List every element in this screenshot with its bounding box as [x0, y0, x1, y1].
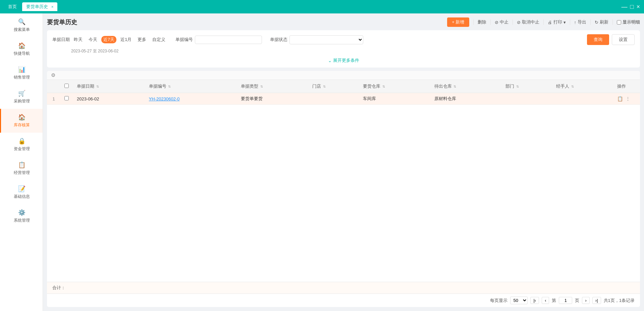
sidebar: 🔍 搜索菜单 🏠 快捷导航 📊 销售管理 🛒 采购管理 🏠 库存核算 🔒 资金管… [0, 13, 43, 311]
sidebar-item-purchase[interactable]: 🛒 采购管理 [0, 85, 43, 109]
inventory-icon: 🏠 [18, 114, 25, 121]
filter-bar: 单据日期 昨天 今天 近7天 近1月 更多 自定义 单据编号 [47, 30, 640, 68]
expand-icon: ⌄ [328, 58, 332, 63]
main-layout: 🔍 搜索菜单 🏠 快捷导航 📊 销售管理 🛒 采购管理 🏠 库存核算 🔒 资金管… [0, 13, 644, 311]
prev-page-btn[interactable]: ‹ [542, 297, 549, 304]
delete-button[interactable]: 删除 [478, 19, 486, 25]
sales-icon: 📊 [18, 66, 25, 73]
close-tab-icon[interactable]: × [51, 5, 53, 9]
date-tab-more[interactable]: 更多 [136, 36, 148, 43]
docnum-input[interactable] [195, 36, 262, 44]
pagination: 每页显示 10 20 50 100 |‹ ‹ 第 页 › ›| 共1页，1条记录 [47, 294, 640, 307]
minimize-icon[interactable]: — [622, 3, 628, 10]
divider-1 [473, 19, 474, 25]
col-no [47, 80, 60, 93]
current-page-input[interactable] [559, 297, 572, 304]
date-range-display: 2023-05-27 至 2023-06-02 [71, 49, 118, 53]
add-button[interactable]: + 新增 [447, 17, 469, 27]
divider-7 [612, 19, 613, 25]
col-reqwarehouse: 要货仓库 ⇅ [359, 80, 430, 93]
window-close-icon[interactable]: × [636, 3, 640, 10]
date-tabs: 昨天 今天 近7天 近1月 更多 自定义 [72, 36, 167, 43]
export-button[interactable]: ↑ 导出 [574, 19, 587, 25]
page-header: 要货单历史 + 新增 删除 ⊘ 中止 ⊘ 取消中止 🖨 打印 ▾ ↑ 导出 ↻ … [47, 17, 640, 27]
docstatus-label: 单据状态 [270, 37, 287, 43]
row-no: 1 [47, 93, 60, 105]
query-button[interactable]: 查询 [587, 34, 609, 45]
col-check [60, 80, 73, 93]
col-doctype: 单据类型 ⇅ [237, 80, 308, 93]
stop-button[interactable]: ⊘ 中止 [495, 19, 508, 25]
setting-button[interactable]: 设置 [612, 34, 635, 45]
sidebar-item-operation[interactable]: 📋 经营管理 [0, 157, 43, 180]
row-dept [501, 93, 552, 105]
last-page-btn[interactable]: ›| [592, 297, 601, 304]
col-docnum: 单据编号 ⇅ [145, 80, 237, 93]
display-detail-toggle[interactable]: 显示明细 [617, 19, 640, 25]
col-date: 单据日期 ⇅ [73, 80, 145, 93]
col-action: 操作 [613, 80, 640, 93]
sidebar-item-inventory[interactable]: 🏠 库存核算 [0, 109, 43, 133]
print-button[interactable]: 🖨 打印 ▾ [548, 19, 566, 25]
row-reqwarehouse: 车间库 [359, 93, 430, 105]
row-date: 2023-06-02 [73, 93, 145, 105]
row-checkbox[interactable] [64, 96, 69, 100]
col-handler: 经手人 ⇅ [552, 80, 613, 93]
home-icon: 🏠 [18, 42, 25, 49]
page-title: 要货单历史 [47, 18, 77, 26]
col-store: 门店 ⇅ [308, 80, 359, 93]
tab-home[interactable]: 首页 [4, 2, 21, 11]
row-action: 📋 ⋮ [613, 93, 640, 105]
next-page-btn[interactable]: › [582, 297, 589, 304]
table-wrap: 单据日期 ⇅ 单据编号 ⇅ 单据类型 ⇅ 门店 ⇅ 要货仓库 ⇅ 待出仓库 ⇅ … [47, 80, 640, 282]
select-all-checkbox[interactable] [64, 84, 69, 88]
row-docnum[interactable]: YH-20230602-0 [145, 93, 237, 105]
date-tab-custom[interactable]: 自定义 [150, 36, 167, 43]
col-pendingwarehouse: 待出仓库 ⇅ [430, 80, 502, 93]
page-label: 第 [552, 298, 556, 304]
table-settings-icon[interactable]: ⚙ [51, 72, 55, 78]
display-detail-checkbox[interactable] [617, 20, 621, 25]
page-suffix: 页 [575, 298, 579, 304]
header-actions: + 新增 删除 ⊘ 中止 ⊘ 取消中止 🖨 打印 ▾ ↑ 导出 ↻ 刷新 显示明… [447, 17, 640, 27]
maximize-icon[interactable]: □ [630, 3, 634, 10]
total-info: 共1页，1条记录 [604, 298, 635, 304]
table-footer: 合计： [47, 282, 640, 294]
date-tab-yesterday[interactable]: 昨天 [72, 36, 85, 43]
date-tab-1month[interactable]: 近1月 [118, 36, 133, 43]
date-tab-7days[interactable]: 近7天 [101, 36, 116, 43]
refresh-button[interactable]: ↻ 刷新 [595, 19, 608, 25]
first-page-btn[interactable]: |‹ [530, 297, 539, 304]
row-check [60, 93, 73, 105]
divider-3 [513, 19, 513, 25]
sidebar-item-quicknav[interactable]: 🏠 快捷导航 [0, 37, 43, 61]
filter-row-1: 单据日期 昨天 今天 近7天 近1月 更多 自定义 单据编号 [52, 34, 635, 45]
docstatus-filter: 单据状态 [270, 35, 363, 44]
date-filter: 单据日期 昨天 今天 近7天 近1月 更多 自定义 [52, 36, 167, 43]
table-row: 1 2023-06-02 YH-20230602-0 要货单要货 车间库 原材料… [47, 93, 640, 105]
row-handler [552, 93, 613, 105]
basic-icon: 📝 [18, 185, 25, 192]
expand-more-btn[interactable]: ⌄ 展开更多条件 [328, 57, 359, 63]
docstatus-select[interactable] [289, 35, 363, 44]
search-menu-icon: 🔍 [18, 18, 25, 26]
main-table: 单据日期 ⇅ 单据编号 ⇅ 单据类型 ⇅ 门店 ⇅ 要货仓库 ⇅ 待出仓库 ⇅ … [47, 80, 640, 105]
docnum-label: 单据编号 [175, 37, 193, 43]
sidebar-item-sales[interactable]: 📊 销售管理 [0, 61, 43, 85]
sidebar-item-basic[interactable]: 📝 基础信息 [0, 180, 43, 204]
per-page-select[interactable]: 10 20 50 100 [510, 297, 528, 304]
more-icon[interactable]: ⋮ [626, 96, 630, 101]
sidebar-item-finance[interactable]: 🔒 资金管理 [0, 133, 43, 157]
finance-icon: 🔒 [18, 137, 25, 145]
docnum-filter: 单据编号 [175, 36, 262, 44]
sidebar-item-system[interactable]: ⚙️ 系统管理 [0, 204, 43, 228]
edit-icon[interactable]: 📋 [617, 96, 623, 101]
row-doctype: 要货单要货 [237, 93, 308, 105]
operation-icon: 📋 [18, 161, 25, 169]
date-range-row: 2023-05-27 至 2023-06-02 [52, 48, 635, 54]
tab-active[interactable]: 要货单历史 × [22, 2, 57, 11]
sidebar-item-search[interactable]: 🔍 搜索菜单 [0, 13, 43, 37]
divider-2 [490, 19, 491, 25]
date-tab-today[interactable]: 今天 [87, 36, 99, 43]
cancel-stop-button[interactable]: ⊘ 取消中止 [517, 19, 539, 25]
